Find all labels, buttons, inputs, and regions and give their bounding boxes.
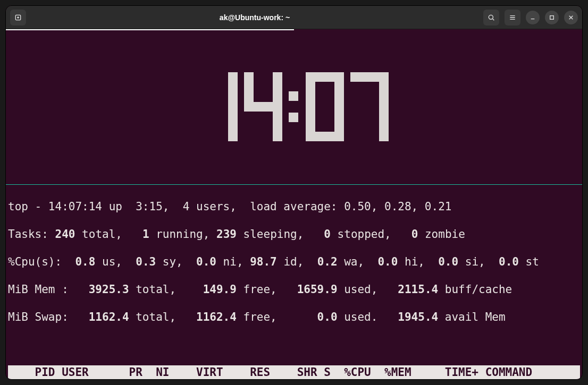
maximize-button[interactable] xyxy=(545,11,559,24)
svg-rect-9 xyxy=(550,15,554,19)
process-header: PID USER PR NI VIRT RES SHR S %CPU %MEM … xyxy=(8,365,580,379)
tty-clock xyxy=(199,72,389,141)
close-button[interactable] xyxy=(564,11,578,24)
svg-line-4 xyxy=(492,19,494,20)
window-title: ak@Ubuntu-work: ~ xyxy=(220,13,290,22)
top-swap-line: MiB Swap: 1162.4 total, 1162.4 free, 0.0… xyxy=(8,310,580,324)
top-cpu-line: %Cpu(s): 0.8 us, 0.3 sy, 0.0 ni, 98.7 id… xyxy=(8,255,580,269)
clock-digit-0 xyxy=(306,72,344,141)
new-tab-button[interactable] xyxy=(10,10,26,25)
top-uptime-line: top - 14:07:14 up 3:15, 4 users, load av… xyxy=(8,200,580,213)
tmux-pane-clock[interactable] xyxy=(6,29,582,185)
blank-line xyxy=(8,338,580,352)
top-tasks-line: Tasks: 240 total, 1 running, 239 sleepin… xyxy=(8,227,580,241)
search-button[interactable] xyxy=(483,10,499,25)
active-pane-indicator xyxy=(6,29,294,30)
top-mem-line: MiB Mem : 3925.3 total, 149.9 free, 1659… xyxy=(8,283,580,296)
terminal-window: ak@Ubuntu-work: ~ xyxy=(5,5,583,380)
svg-point-3 xyxy=(489,15,493,19)
terminal-content[interactable]: top - 14:07:14 up 3:15, 4 users, load av… xyxy=(6,29,582,379)
clock-colon xyxy=(289,72,299,141)
tmux-pane-top[interactable]: top - 14:07:14 up 3:15, 4 users, load av… xyxy=(6,185,582,379)
titlebar: ak@Ubuntu-work: ~ xyxy=(6,6,582,29)
minimize-button[interactable] xyxy=(526,11,540,24)
menu-button[interactable] xyxy=(505,10,520,25)
clock-digit-7 xyxy=(350,72,389,141)
clock-digit-4 xyxy=(244,72,282,141)
clock-digit-1 xyxy=(199,72,238,141)
